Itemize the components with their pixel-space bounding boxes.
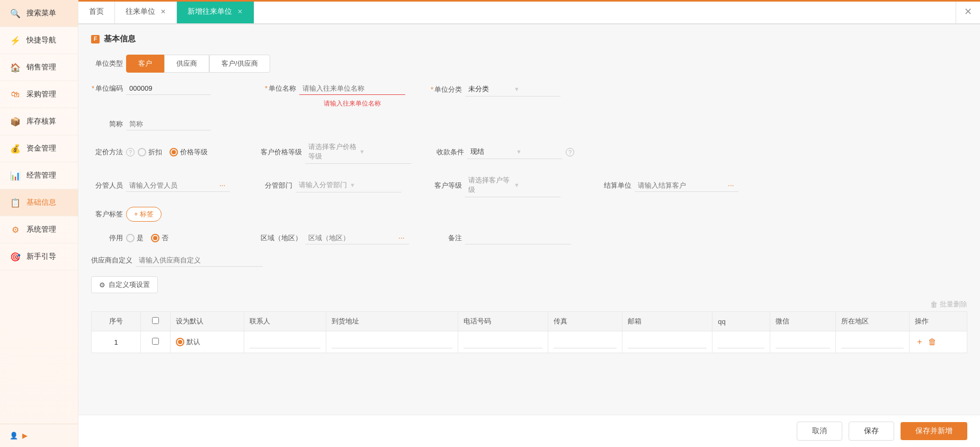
remark-input[interactable] bbox=[465, 232, 571, 244]
sales-icon: 🏠 bbox=[10, 62, 21, 73]
unit-type-customer-btn[interactable]: 客户 bbox=[126, 55, 164, 73]
custom-settings-label: 自定义项设置 bbox=[109, 280, 150, 290]
settlement-unit-input[interactable] bbox=[638, 181, 727, 189]
table-row: 1 默认 bbox=[92, 331, 967, 353]
unit-category-select[interactable]: 未分类 ▼ bbox=[465, 82, 560, 97]
save-new-button[interactable]: 保存并新增 bbox=[901, 422, 967, 440]
pricing-level-radio[interactable] bbox=[170, 148, 178, 156]
unit-type-both-btn[interactable]: 客户/供应商 bbox=[209, 55, 270, 73]
sidebar-item-operations[interactable]: 📊 经营管理 bbox=[0, 162, 78, 189]
disabled-no-radio[interactable] bbox=[151, 234, 159, 242]
sidebar-item-basic[interactable]: 📋 基础信息 bbox=[0, 189, 78, 216]
tab-partner-list-close[interactable]: ✕ bbox=[161, 8, 166, 15]
row-index: 1 bbox=[92, 331, 141, 353]
supplier-custom-row: 供应商自定义 bbox=[91, 254, 967, 267]
row-wechat[interactable] bbox=[770, 331, 835, 353]
main-content: 首页 往来单位 ✕ 新增往来单位 ✕ ✕ F 基本信息 单位类型 客户 供应商 … bbox=[78, 0, 980, 447]
department-select[interactable]: 请输入分管部门 ▼ bbox=[296, 178, 402, 192]
customer-level-select[interactable]: 请选择客户等级 ▼ bbox=[465, 173, 560, 197]
settlement-unit-dots-btn[interactable]: ··· bbox=[727, 181, 735, 189]
add-tag-button[interactable]: + 标签 bbox=[126, 207, 162, 222]
select-all-checkbox[interactable] bbox=[152, 317, 159, 324]
row-delete-btn[interactable]: 🗑 bbox=[926, 337, 939, 347]
row-region-input[interactable] bbox=[841, 336, 904, 348]
sidebar-item-sales[interactable]: 🏠 销售管理 bbox=[0, 54, 78, 81]
sidebar-item-label: 基础信息 bbox=[26, 198, 56, 207]
tab-bar: 首页 往来单位 ✕ 新增往来单位 ✕ ✕ bbox=[78, 0, 980, 24]
sidebar-item-quick-nav[interactable]: ⚡ 快捷导航 bbox=[0, 27, 78, 54]
sidebar-item-purchase[interactable]: 🛍 采购管理 bbox=[0, 81, 78, 108]
th-index: 序号 bbox=[92, 312, 141, 331]
unit-name-label: 单位名称 bbox=[264, 84, 296, 93]
disabled-no-option[interactable]: 否 bbox=[151, 233, 168, 243]
row-phone-input[interactable] bbox=[464, 336, 543, 348]
customer-price-level-select[interactable]: 请选择客户价格等级 ▼ bbox=[305, 140, 411, 164]
tab-home-label: 首页 bbox=[89, 7, 104, 16]
tab-new-partner[interactable]: 新增往来单位 ✕ bbox=[177, 0, 254, 23]
region-input[interactable] bbox=[308, 234, 397, 242]
unit-name-input[interactable] bbox=[299, 82, 405, 95]
row-wechat-input[interactable] bbox=[776, 336, 830, 348]
row-region[interactable] bbox=[835, 331, 910, 353]
region-dots-btn[interactable]: ··· bbox=[397, 233, 406, 242]
pricing-discount-option[interactable]: 折扣 bbox=[138, 147, 162, 157]
row-checkbox[interactable] bbox=[152, 338, 159, 345]
row-fax-input[interactable] bbox=[554, 336, 617, 348]
pricing-level-option[interactable]: 价格等级 bbox=[170, 147, 208, 157]
customer-price-level-placeholder: 请选择客户价格等级 bbox=[308, 142, 357, 161]
sidebar-item-inventory[interactable]: 📦 库存核算 bbox=[0, 108, 78, 135]
region-label: 区域（地区） bbox=[261, 233, 302, 243]
custom-settings-button[interactable]: ⚙ 自定义项设置 bbox=[91, 276, 158, 293]
row-qq[interactable] bbox=[712, 331, 770, 353]
region-group: 区域（地区） ··· bbox=[261, 231, 409, 244]
purchase-icon: 🛍 bbox=[10, 89, 21, 100]
sidebar-item-guide[interactable]: 🎯 新手引导 bbox=[0, 243, 78, 270]
section-title-icon: F bbox=[91, 35, 100, 43]
finance-icon: 💰 bbox=[10, 143, 21, 154]
payment-terms-help-icon[interactable]: ? bbox=[566, 148, 574, 156]
save-button[interactable]: 保存 bbox=[849, 422, 894, 441]
unit-type-supplier-btn[interactable]: 供应商 bbox=[164, 55, 209, 73]
batch-delete-label[interactable]: 批量删除 bbox=[940, 300, 967, 309]
row-email-input[interactable] bbox=[628, 336, 707, 348]
disabled-yes-radio[interactable] bbox=[126, 234, 135, 242]
th-phone: 电话号码 bbox=[458, 312, 548, 331]
row-qq-input[interactable] bbox=[718, 336, 764, 348]
tab-home[interactable]: 首页 bbox=[78, 0, 115, 23]
supplier-custom-input[interactable] bbox=[136, 254, 263, 267]
unit-code-input[interactable] bbox=[126, 82, 211, 95]
short-name-input[interactable] bbox=[126, 118, 211, 130]
top-bar bbox=[78, 0, 980, 2]
sidebar-item-system[interactable]: ⚙ 系统管理 bbox=[0, 216, 78, 243]
row-contact[interactable] bbox=[244, 331, 326, 353]
pricing-help-icon[interactable]: ? bbox=[126, 148, 135, 156]
quick-nav-icon: ⚡ bbox=[10, 34, 21, 46]
row-address[interactable] bbox=[326, 331, 458, 353]
th-default: 设为默认 bbox=[170, 312, 244, 331]
row-default-radio[interactable] bbox=[176, 338, 184, 346]
window-close-button[interactable]: ✕ bbox=[956, 0, 980, 23]
pricing-discount-radio[interactable] bbox=[138, 148, 146, 156]
th-wechat: 微信 bbox=[770, 312, 835, 331]
row-fax[interactable] bbox=[548, 331, 622, 353]
sidebar-item-search[interactable]: 🔍 搜索菜单 bbox=[0, 0, 78, 27]
tab-new-partner-close[interactable]: ✕ bbox=[237, 8, 243, 15]
customer-tag-group: 客户标签 + 标签 bbox=[91, 207, 239, 222]
row-email[interactable] bbox=[622, 331, 712, 353]
th-address: 到货地址 bbox=[326, 312, 458, 331]
tab-partner-list[interactable]: 往来单位 ✕ bbox=[115, 0, 177, 23]
row-address-input[interactable] bbox=[332, 336, 452, 348]
row-contact-input[interactable] bbox=[250, 336, 320, 348]
disabled-yes-option[interactable]: 是 bbox=[126, 233, 144, 243]
remark-group: 备注 bbox=[430, 232, 578, 244]
manager-dots-btn[interactable]: ··· bbox=[218, 181, 227, 189]
manager-input[interactable] bbox=[129, 181, 218, 189]
sidebar-item-finance[interactable]: 💰 资金管理 bbox=[0, 135, 78, 162]
payment-terms-select[interactable]: 现结 ▼ bbox=[467, 145, 563, 159]
row-phone[interactable] bbox=[458, 331, 548, 353]
row-default-radio-option[interactable]: 默认 bbox=[176, 337, 239, 347]
unit-name-group: 单位名称 请输入往来单位名称 bbox=[261, 82, 409, 108]
row-add-btn[interactable]: + bbox=[915, 337, 924, 347]
cancel-button[interactable]: 取消 bbox=[797, 422, 842, 441]
department-group: 分管部门 请输入分管部门 ▼ bbox=[261, 178, 409, 192]
